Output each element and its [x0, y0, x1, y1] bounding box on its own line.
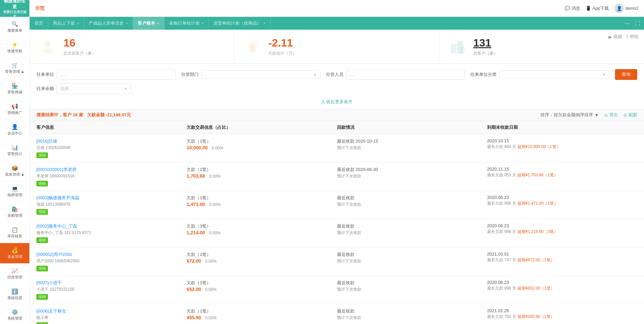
person-input[interactable]: ...: [346, 70, 465, 80]
user-menu[interactable]: 👤 demo2: [614, 4, 639, 13]
balance-select[interactable]: 选择... ▼: [57, 83, 131, 94]
customer-name-4[interactable]: [000002]用户2050: [36, 252, 187, 258]
refresh-btn[interactable]: ⊙ 刷新: [623, 112, 637, 118]
svg-rect-5: [460, 47, 465, 54]
app-download-btn[interactable]: 📱 App下载: [586, 5, 609, 11]
debt-count-5: 欠款（1笔）: [187, 280, 337, 286]
col-header-overdue: 到期未收款日期: [487, 124, 637, 130]
messages-btn[interactable]: 💬 消息: [565, 5, 580, 11]
overdue-link-1[interactable]: 超期¥1,703.68（1笔）: [517, 173, 558, 177]
customer-contact-4: 用户2050 18665062050: [36, 258, 187, 264]
customer-badge-5: 现销: [36, 294, 48, 300]
sidebar-item-零售商城[interactable]: 🏪零售商城: [0, 79, 29, 99]
tab-label-0: 首页: [34, 20, 43, 26]
customer-name-0[interactable]: [0016]吕俊: [36, 138, 187, 144]
recovery-date-2: 最近收款: [337, 195, 487, 201]
stat-info-debt: -2.11 欠款合计（万）: [268, 37, 297, 56]
overdue-date-3: 2020.06.23: [487, 223, 637, 228]
overdue-link-3[interactable]: 超期¥1,214.00（3笔）: [517, 229, 558, 234]
filter-row-2: 往来余额 选择... ▼: [36, 83, 637, 94]
recovery-date-1: 最近收款 2020-06-30: [337, 167, 487, 173]
sort-btn[interactable]: 排序：按欠款金额倒序排序 ▼: [540, 112, 599, 118]
sidebar-item-批发管理[interactable]: 📦批发管理 ▲: [0, 161, 29, 181]
sidebar-item-系统管理[interactable]: ⚙️系统管理: [0, 305, 29, 324]
overdue-link-0[interactable]: 超期¥10,000.00（1笔）: [517, 144, 560, 149]
tab-close-1[interactable]: ×: [77, 22, 79, 25]
balance-chevron-icon: ▼: [124, 87, 127, 91]
sidebar-item-电商管理[interactable]: 💻电商管理: [0, 181, 29, 202]
customer-name-1[interactable]: [0001020001]李老师: [36, 167, 187, 173]
collapse-btn[interactable]: ⋀ 收起更多条件: [36, 97, 637, 106]
sidebar-item-营销推广[interactable]: 📢营销推广: [0, 99, 29, 120]
customer-name-3[interactable]: [0002]服务中心_丁磊: [36, 223, 187, 229]
customer-cell-0: [0016]吕俊 吕俊 13026203696 现销: [36, 138, 187, 158]
recovery-date-4: 最近收款: [337, 252, 487, 258]
sidebar-icon-2: 🛒: [1, 62, 28, 68]
vendor-input[interactable]: ...: [57, 70, 176, 80]
col-header-debt: 欠款交易信息（占比）: [187, 124, 337, 130]
sidebar-item-经营管理[interactable]: 📈经营管理: [0, 264, 29, 284]
customer-contact-2: 海蕊 18513066976: [36, 202, 187, 207]
tab-close-4[interactable]: ×: [202, 22, 204, 25]
result-customer-count: 16: [73, 112, 78, 117]
overdue-link-4[interactable]: 超期¥672.00（1笔）: [517, 258, 555, 262]
overdue-link-5[interactable]: 超期¥652.00（1笔）: [517, 286, 555, 291]
overdue-customers-value: 16: [63, 37, 96, 49]
recovery-date-5: 最近收款: [337, 280, 487, 286]
sidebar-item-采购管理[interactable]: 🛍️采购管理: [0, 202, 29, 223]
category-select[interactable]: ▼: [499, 70, 610, 79]
customer-name-6[interactable]: [0006]去下粮仓: [36, 308, 187, 314]
sidebar-label-7: 批发管理 ▲: [1, 172, 28, 177]
sidebar-icon-7: 📦: [1, 165, 28, 171]
debt-amount-3: 1,214.00: [187, 230, 205, 235]
search-button[interactable]: 查询: [615, 69, 637, 80]
sidebar-item-搜索菜单[interactable]: 🔍搜索菜单: [0, 17, 29, 37]
customer-name-2[interactable]: [0003]畅捷服务尹海蕊: [36, 195, 187, 201]
tab-0[interactable]: 首页: [30, 17, 48, 30]
table-row: [0002]服务中心_丁磊 服务中心_丁磊 181 0125 8371 现销 欠…: [30, 219, 644, 247]
sidebar-item-基础信息[interactable]: ℹ️基础信息: [0, 284, 29, 305]
filter-field-person: 分管人员 ...: [326, 70, 465, 80]
refresh-label: 刷新: [628, 112, 637, 118]
tab-2[interactable]: 产成品入库单历史×: [84, 17, 133, 30]
tab-1[interactable]: 商品上下架×: [48, 17, 84, 30]
tab-close-5[interactable]: ×: [263, 22, 265, 25]
customer-name-5[interactable]: [0007]小进干: [36, 280, 187, 286]
stat-card-total-customers: 131 总客户（家） ▶ 视频 ? 帮助: [440, 30, 644, 63]
overdue-days-3: 最长欠款 998 天 超期¥1,214.00（3笔）: [487, 229, 637, 235]
help-btn[interactable]: ? 帮助: [626, 34, 639, 40]
sidebar-item-快捷导航[interactable]: ⚡快捷导航: [0, 37, 29, 58]
tab-3[interactable]: 客户账本×: [133, 17, 164, 30]
video-btn[interactable]: ▶ 视频: [609, 34, 622, 40]
overdue-date-4: 2021.03.01: [487, 252, 637, 257]
result-bar: 搜索结果中，客户 16 家 欠款金额 -21,148.07元 排序：按欠款金额倒…: [30, 109, 644, 121]
sidebar-item-库存核算[interactable]: 📋库存核算: [0, 223, 29, 243]
collapse-label: 收起更多条件: [326, 99, 353, 105]
overdue-link-6[interactable]: 超期¥455.90（1笔）: [517, 314, 555, 319]
sidebar-icon-13: ℹ️: [1, 288, 28, 295]
debt-ratio-5: 0.00%: [205, 287, 217, 292]
minimize-btn[interactable]: —: [624, 20, 631, 27]
tab-label-5: 进货单统计表（按商品）: [213, 20, 261, 26]
overdue-days-2: 最长欠款 998 天 超期¥1,471.00（1笔）: [487, 201, 637, 206]
debt-cell-3: 欠款（3笔） 1,214.00 0.00%: [187, 223, 337, 235]
sidebar-item-零售统计[interactable]: 📊零售统计: [0, 140, 29, 161]
sidebar-item-零售管理[interactable]: 🛒零售管理 ▲: [0, 58, 29, 79]
debt-amount-0: 10,000.00: [187, 145, 207, 150]
maximize-btn[interactable]: ⛶: [634, 20, 641, 27]
sidebar-item-会员中心[interactable]: 👤会员中心: [0, 120, 29, 140]
recovery-cell-5: 最近收款 预计下次收款: [337, 280, 487, 292]
export-btn[interactable]: ⊙ 导出: [604, 112, 618, 118]
header-left: 示范: [35, 5, 45, 11]
stat-card-overdue-customers: 16 总欠款客户（家）: [30, 30, 234, 63]
dept-select[interactable]: ▼: [201, 70, 320, 79]
tab-close-2[interactable]: ×: [126, 22, 128, 25]
tab-4[interactable]: 采购订单统计表×: [164, 17, 209, 30]
phone-icon: 📱: [586, 6, 591, 11]
tab-5[interactable]: 进货单统计表（按商品）×: [208, 17, 271, 30]
tab-close-3[interactable]: ×: [157, 22, 159, 25]
sidebar-item-资金管理[interactable]: 💰资金管理: [0, 243, 29, 264]
table-row: [000002]用户2050 用户2050 18665062050 现销 欠款（…: [30, 247, 644, 276]
debt-ratio-3: 0.00%: [209, 231, 221, 235]
overdue-link-2[interactable]: 超期¥1,471.00（1笔）: [517, 201, 558, 206]
